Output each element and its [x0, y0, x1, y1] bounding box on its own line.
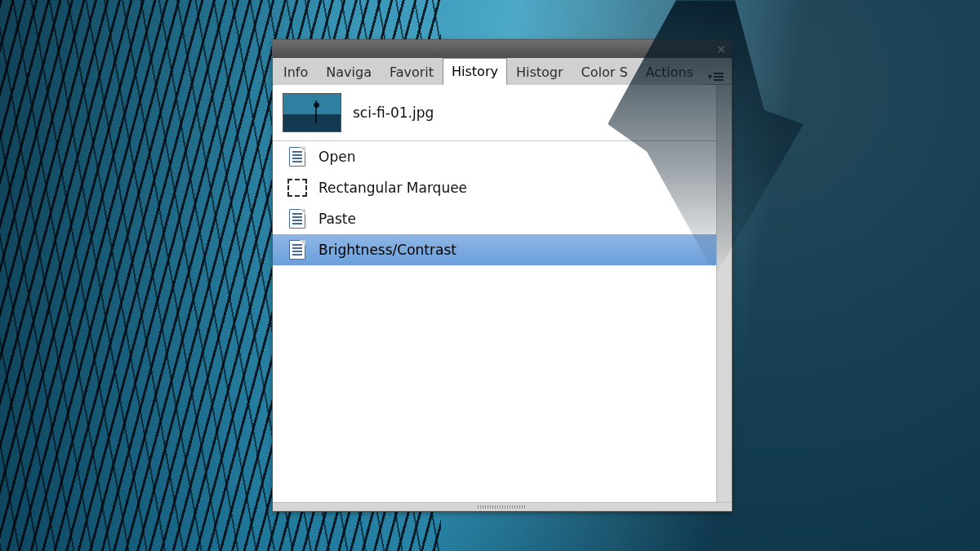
vertical-scrollbar[interactable]: [716, 85, 732, 502]
document-icon: [287, 241, 307, 259]
tab-favorites[interactable]: Favorit: [381, 59, 443, 85]
document-name: sci-fi-01.jpg: [353, 104, 434, 121]
history-step-label: Rectangular Marquee: [318, 180, 467, 196]
tab-actions[interactable]: Actions: [637, 59, 702, 85]
tab-color-swatches[interactable]: Color S: [572, 59, 637, 85]
history-step-label: Paste: [318, 211, 356, 227]
chevron-down-icon: ▾: [708, 72, 712, 81]
panel-titlebar[interactable]: ×: [273, 40, 732, 58]
close-icon[interactable]: ×: [714, 42, 728, 56]
tab-history[interactable]: History: [443, 58, 507, 85]
document-icon: [287, 210, 307, 228]
history-step-label: Brightness/Contrast: [318, 242, 457, 258]
marquee-icon: [287, 179, 307, 197]
tab-histogram[interactable]: Histogr: [507, 59, 572, 85]
menu-icon: [714, 73, 724, 81]
panel-tabbar: Info Naviga Favorit History Histogr Colo…: [273, 58, 732, 85]
history-step-open[interactable]: Open: [273, 141, 716, 172]
history-step-label: Open: [318, 149, 355, 165]
history-step-brightness-contrast[interactable]: Brightness/Contrast: [273, 234, 716, 265]
history-document-header[interactable]: sci-fi-01.jpg: [273, 85, 716, 141]
tab-info[interactable]: Info: [274, 59, 317, 85]
desktop-wallpaper: × Info Naviga Favorit History Histogr Co…: [0, 0, 980, 551]
history-step-paste[interactable]: Paste: [273, 203, 716, 234]
history-panel: × Info Naviga Favorit History Histogr Co…: [272, 39, 733, 512]
document-icon: [287, 148, 307, 166]
history-list: sci-fi-01.jpg Open Rectangular Marquee P…: [273, 85, 716, 502]
panel-content: sci-fi-01.jpg Open Rectangular Marquee P…: [273, 85, 732, 502]
panel-menu-button[interactable]: ▾: [705, 69, 727, 84]
document-thumbnail: [283, 93, 341, 132]
tab-navigator[interactable]: Naviga: [317, 59, 381, 85]
history-step-rectangular-marquee[interactable]: Rectangular Marquee: [273, 172, 716, 203]
panel-resize-grip[interactable]: [273, 502, 732, 511]
